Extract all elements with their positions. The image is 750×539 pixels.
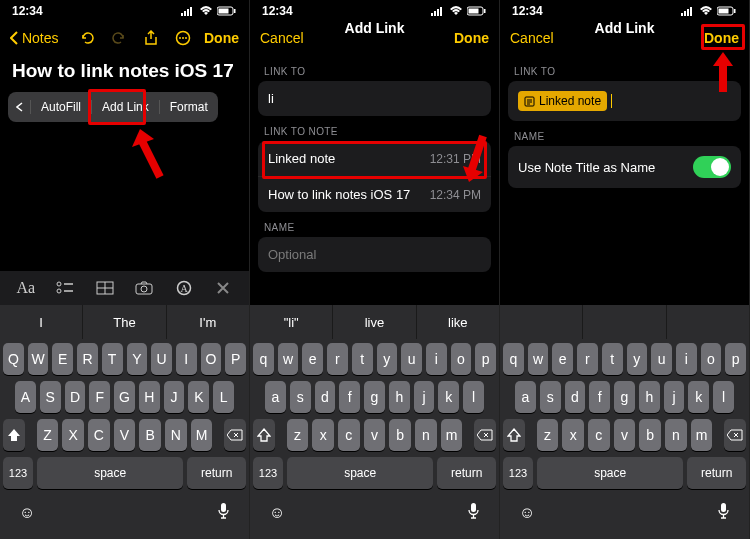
suggestion-1[interactable]: I — [0, 305, 83, 339]
key-c[interactable]: c — [588, 419, 610, 451]
key-p[interactable]: p — [725, 343, 746, 375]
share-button[interactable] — [140, 27, 162, 49]
key-b[interactable]: B — [139, 419, 161, 451]
suggestion-1[interactable]: "li" — [250, 305, 333, 339]
keyboard[interactable]: QWERTYUIOP ASDFGHJKL ZXCVBNM 123 space r… — [0, 339, 249, 539]
cancel-button[interactable]: Cancel — [260, 30, 304, 46]
mic-button[interactable] — [717, 502, 730, 524]
mic-button[interactable] — [467, 502, 480, 524]
cancel-button[interactable]: Cancel — [510, 30, 554, 46]
key-r[interactable]: r — [327, 343, 348, 375]
done-button[interactable]: Done — [204, 30, 239, 46]
key-g[interactable]: g — [614, 381, 635, 413]
key-k[interactable]: k — [688, 381, 709, 413]
key-e[interactable]: e — [302, 343, 323, 375]
suggestion-1[interactable] — [500, 305, 583, 339]
key-y[interactable]: Y — [127, 343, 148, 375]
key-e[interactable]: E — [52, 343, 73, 375]
key-h[interactable]: H — [139, 381, 160, 413]
key-s[interactable]: s — [540, 381, 561, 413]
linked-note-chip[interactable]: Linked note — [518, 91, 607, 111]
undo-button[interactable] — [76, 27, 98, 49]
key-e[interactable]: e — [552, 343, 573, 375]
suggestion-3[interactable] — [667, 305, 749, 339]
suggestion-2[interactable]: The — [83, 305, 166, 339]
key-r[interactable]: r — [577, 343, 598, 375]
key-d[interactable]: d — [315, 381, 336, 413]
return-key[interactable]: return — [187, 457, 246, 489]
key-a[interactable]: a — [265, 381, 286, 413]
key-w[interactable]: W — [28, 343, 49, 375]
key-g[interactable]: G — [114, 381, 135, 413]
emoji-button[interactable]: ☺ — [519, 504, 535, 522]
suggestion-2[interactable]: live — [333, 305, 416, 339]
format-checklist[interactable] — [46, 281, 86, 295]
key-b[interactable]: b — [389, 419, 411, 451]
key-l[interactable]: L — [213, 381, 234, 413]
key-o[interactable]: O — [201, 343, 222, 375]
mic-button[interactable] — [217, 502, 230, 524]
key-l[interactable]: l — [713, 381, 734, 413]
key-k[interactable]: k — [438, 381, 459, 413]
link-to-field[interactable]: Linked note — [508, 81, 741, 121]
key-m[interactable]: M — [191, 419, 213, 451]
key-z[interactable]: z — [287, 419, 309, 451]
return-key[interactable]: return — [687, 457, 746, 489]
more-button[interactable] — [172, 27, 194, 49]
key-x[interactable]: x — [312, 419, 334, 451]
context-menu-prev[interactable] — [8, 102, 30, 112]
format-markup[interactable]: A — [164, 280, 204, 296]
key-a[interactable]: a — [515, 381, 536, 413]
delete-key[interactable] — [474, 419, 496, 451]
key-u[interactable]: u — [401, 343, 422, 375]
suggestion-3[interactable]: like — [417, 305, 499, 339]
note-title[interactable]: How to link notes iOS 17 — [0, 56, 249, 92]
shift-key[interactable] — [3, 419, 25, 451]
key-r[interactable]: R — [77, 343, 98, 375]
use-title-toggle[interactable] — [693, 156, 731, 178]
space-key[interactable]: space — [537, 457, 683, 489]
name-field[interactable]: Optional — [258, 237, 491, 272]
key-k[interactable]: K — [188, 381, 209, 413]
key-v[interactable]: V — [114, 419, 136, 451]
key-i[interactable]: i — [426, 343, 447, 375]
key-c[interactable]: c — [338, 419, 360, 451]
key-x[interactable]: x — [562, 419, 584, 451]
key-l[interactable]: l — [463, 381, 484, 413]
key-a[interactable]: A — [15, 381, 36, 413]
space-key[interactable]: space — [37, 457, 183, 489]
key-o[interactable]: o — [451, 343, 472, 375]
format-camera[interactable] — [125, 281, 165, 295]
delete-key[interactable] — [224, 419, 246, 451]
key-f[interactable]: f — [589, 381, 610, 413]
key-h[interactable]: h — [389, 381, 410, 413]
key-q[interactable]: q — [503, 343, 524, 375]
key-j[interactable]: j — [414, 381, 435, 413]
key-u[interactable]: u — [651, 343, 672, 375]
numbers-key[interactable]: 123 — [503, 457, 533, 489]
key-i[interactable]: I — [176, 343, 197, 375]
keyboard[interactable]: qwertyuiop asdfghjkl zxcvbnm 123 space r… — [500, 339, 749, 539]
return-key[interactable]: return — [437, 457, 496, 489]
key-m[interactable]: m — [691, 419, 713, 451]
key-t[interactable]: t — [352, 343, 373, 375]
format-table[interactable] — [85, 281, 125, 295]
key-y[interactable]: y — [627, 343, 648, 375]
key-s[interactable]: S — [40, 381, 61, 413]
result-row[interactable]: How to link notes iOS 17 12:34 PM — [258, 176, 491, 212]
key-q[interactable]: Q — [3, 343, 24, 375]
done-button[interactable]: Done — [454, 30, 489, 46]
key-d[interactable]: D — [65, 381, 86, 413]
shift-key[interactable] — [503, 419, 525, 451]
key-f[interactable]: f — [339, 381, 360, 413]
key-y[interactable]: y — [377, 343, 398, 375]
key-w[interactable]: w — [278, 343, 299, 375]
key-b[interactable]: b — [639, 419, 661, 451]
key-p[interactable]: P — [225, 343, 246, 375]
key-v[interactable]: v — [614, 419, 636, 451]
format-textstyle[interactable]: Aa — [6, 279, 46, 297]
key-n[interactable]: n — [665, 419, 687, 451]
space-key[interactable]: space — [287, 457, 433, 489]
key-f[interactable]: F — [89, 381, 110, 413]
key-x[interactable]: X — [62, 419, 84, 451]
